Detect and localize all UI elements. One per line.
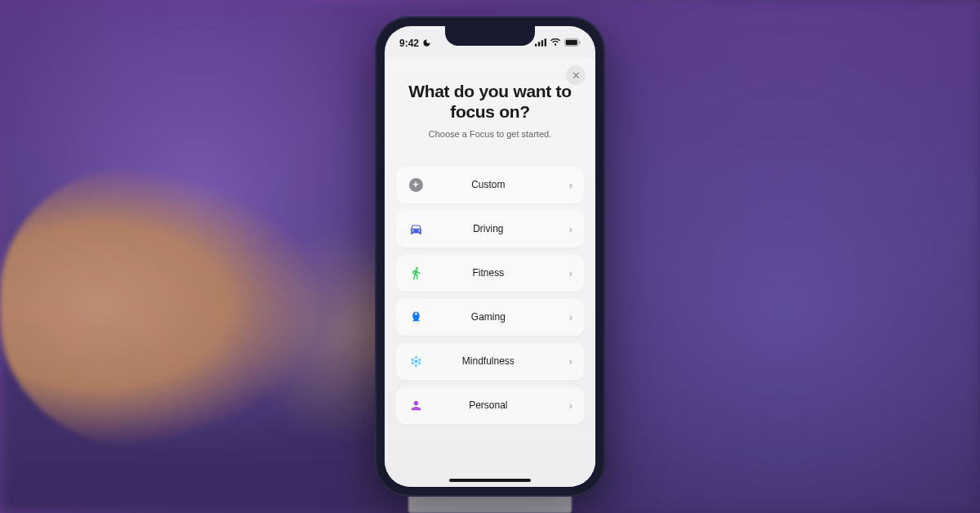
option-driving[interactable]: Driving › [396,211,584,248]
svg-point-8 [414,355,417,359]
option-label: Custom [424,179,569,190]
option-mindfulness[interactable]: Mindfulness › [396,343,584,380]
chevron-right-icon: › [569,223,572,235]
phone-screen: 9:42 [385,26,595,487]
option-label: Fitness [424,267,569,279]
option-label: Mindfulness [424,355,569,367]
svg-rect-3 [545,38,546,46]
svg-point-11 [414,364,417,367]
running-icon [408,265,424,281]
car-icon [408,221,424,237]
svg-rect-0 [535,44,537,47]
focus-setup-sheet: ✕ What do you want to focus on? Choose a… [385,57,595,487]
svg-rect-2 [541,40,543,46]
chevron-right-icon: › [569,179,572,191]
person-icon [408,397,424,413]
option-fitness[interactable]: Fitness › [396,255,584,292]
sheet-title: What do you want to focus on? [396,82,584,123]
mindfulness-icon [408,353,424,369]
close-icon: ✕ [572,69,581,82]
chevron-right-icon: › [569,267,572,279]
svg-point-10 [417,361,421,364]
option-gaming[interactable]: Gaming › [396,299,584,336]
close-button[interactable]: ✕ [566,65,586,85]
phone-notch [445,26,535,46]
home-indicator[interactable] [449,479,531,482]
option-label: Driving [424,223,569,234]
svg-rect-5 [566,40,577,46]
svg-rect-6 [579,41,580,43]
option-label: Personal [424,399,569,411]
svg-rect-1 [538,42,540,46]
option-custom[interactable]: + Custom › [396,167,584,203]
cellular-signal-icon [535,38,546,48]
plus-icon: + [408,176,424,193]
battery-icon [564,38,581,48]
chevron-right-icon: › [569,399,572,412]
sheet-subtitle: Choose a Focus to get started. [396,129,584,139]
chevron-right-icon: › [569,311,572,323]
option-label: Gaming [424,311,569,323]
focus-options-list: + Custom › Driving › [396,167,584,424]
phone-frame: 9:42 [375,16,605,497]
svg-point-7 [414,359,417,363]
svg-point-13 [411,358,414,361]
status-time: 9:42 [399,38,419,49]
option-personal[interactable]: Personal › [396,387,584,424]
do-not-disturb-icon [422,38,431,49]
svg-point-9 [417,358,421,361]
svg-point-12 [411,361,414,364]
chevron-right-icon: › [569,355,572,368]
rocket-icon [408,309,424,325]
wifi-icon [550,38,561,48]
